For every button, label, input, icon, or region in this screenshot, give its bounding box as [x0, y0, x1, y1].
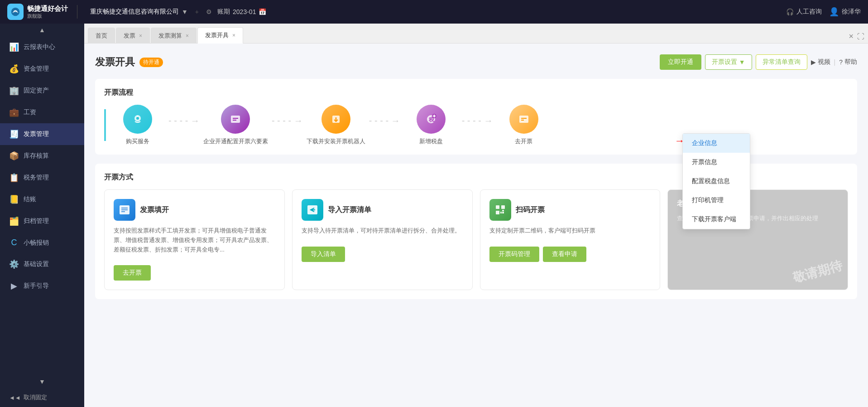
tab-home-label: 首页	[96, 32, 107, 40]
user-avatar-icon: 👤	[829, 7, 839, 17]
logo-icon	[7, 4, 24, 20]
toolbar-divider: +	[195, 8, 199, 15]
logo-text: 畅捷通好会计	[27, 5, 68, 13]
overlay-text: 敬请期待	[791, 257, 844, 287]
tab-home[interactable]: 首页	[88, 28, 115, 44]
dropdown-item-download-client[interactable]: 下载开票客户端	[683, 210, 750, 229]
go-invoice-label: 去开票	[515, 137, 532, 145]
tab-expand-icon[interactable]: ⛶	[857, 33, 864, 41]
sidebar-item-new-guide[interactable]: ▶ 新手引导	[0, 275, 84, 297]
dropdown-item-company-info[interactable]: 企业信息	[683, 134, 750, 153]
sidebar-label-fund-mgmt: 资金管理	[24, 65, 49, 73]
download-label: 下载并安装开票机器人	[307, 137, 365, 145]
company-selector[interactable]: 重庆畅捷交通信息咨询有限公司 ▼	[90, 8, 188, 16]
scan-invoice-buttons: 开票码管理 查看申请	[489, 243, 651, 262]
sidebar-item-settlement[interactable]: 📒 结账	[0, 189, 84, 210]
add-tax-disk-label: 新增税盘	[419, 137, 443, 145]
period-area: 账期 2023-01 📅	[217, 8, 266, 16]
scan-invoice-header: 扫码开票	[489, 199, 651, 221]
username: 徐泽华	[842, 8, 861, 16]
flow-start-line	[104, 109, 106, 141]
sidebar-label-invoice-mgmt: 发票管理	[24, 130, 49, 138]
sidebar-item-payroll[interactable]: 💼 工资	[0, 102, 84, 123]
fill-invoice-button[interactable]: 去开票	[114, 265, 151, 281]
calendar-icon[interactable]: 📅	[259, 8, 266, 15]
flow-section-title: 开票流程	[104, 88, 848, 97]
invoice-settings-button[interactable]: 开票设置 ▼	[705, 54, 752, 70]
sidebar-item-cloud-report[interactable]: 📊 云报表中心	[0, 36, 84, 58]
enterprise-config-label: 企业开通配置开票六要素	[203, 137, 268, 145]
flow-step-go-invoice: 去开票	[497, 105, 551, 145]
period-value: 2023-01	[233, 8, 256, 15]
flow-arrow-2: - - - - →	[272, 116, 303, 135]
tab-bar: 首页 发票 × 发票测算 × 发票开具 × × ⛶	[84, 24, 868, 44]
sidebar-item-invoice-mgmt[interactable]: 🧾 发票管理	[0, 123, 84, 145]
tab-invoice-calc-close[interactable]: ×	[186, 33, 189, 39]
sidebar-label-inventory: 库存核算	[24, 152, 49, 160]
payroll-icon: 💼	[9, 107, 19, 117]
top-bar: 畅捷通好会计 旗舰版 重庆畅捷交通信息咨询有限公司 ▼ + ⚙ 账期 2023-…	[0, 0, 868, 24]
dropdown-item-invoice-info[interactable]: 开票信息	[683, 153, 750, 172]
import-list-button[interactable]: 导入清单	[302, 247, 345, 262]
period-label: 账期	[217, 8, 230, 16]
basic-settings-icon: ⚙️	[9, 259, 19, 269]
help-label: 帮助	[844, 58, 857, 66]
sidebar-scroll-up[interactable]: ▲	[0, 24, 84, 36]
fill-invoice-header: 发票填开	[114, 199, 275, 221]
tab-invoice-issue-close[interactable]: ×	[232, 32, 235, 39]
tab-invoice-close[interactable]: ×	[139, 33, 142, 39]
sidebar-item-basic-settings[interactable]: ⚙️ 基础设置	[0, 253, 84, 275]
flow-step-add-tax-disk: 税 新增税盘	[404, 105, 458, 145]
sidebar-label-payroll: 工资	[24, 108, 36, 116]
svg-rect-26	[502, 212, 504, 213]
video-button[interactable]: ▶ 视频	[811, 58, 830, 66]
tab-invoice-calc-label: 发票测算	[158, 32, 182, 40]
sidebar-label-archive-mgmt: 归档管理	[24, 217, 49, 225]
view-application-button[interactable]: 查看申请	[543, 247, 586, 262]
sidebar-item-fixed-assets[interactable]: 🏢 固定资产	[0, 80, 84, 102]
flow-arrow-3: - - - - →	[369, 116, 400, 135]
main-area: ▲ 📊 云报表中心 💰 资金管理 🏢 固定资产 💼 工资 🧾 发票管理	[0, 24, 868, 407]
sidebar-item-archive-mgmt[interactable]: 🗂️ 归档管理	[0, 210, 84, 232]
cloud-report-icon: 📊	[9, 42, 19, 52]
sidebar-item-inventory[interactable]: 📦 库存核算	[0, 145, 84, 167]
logo-area: 畅捷通好会计 旗舰版	[7, 4, 68, 20]
support-area[interactable]: 🎧 人工咨询	[786, 8, 822, 16]
sidebar-item-xiaochang[interactable]: C 小畅报销	[0, 232, 84, 253]
tab-invoice-issue[interactable]: 发票开具 ×	[197, 27, 243, 44]
page-header: 发票开具 待开通 立即开通 开票设置 ▼ 异常清单查询 ▶ 视频	[95, 54, 857, 70]
sidebar-item-tax-mgmt[interactable]: 📋 税务管理	[0, 167, 84, 189]
red-arrow-indicator: →	[675, 135, 685, 147]
sidebar-label-new-guide: 新手引导	[24, 282, 49, 290]
dropdown-item-printer-mgmt[interactable]: 打印机管理	[683, 191, 750, 210]
tab-invoice-calc[interactable]: 发票测算 ×	[151, 28, 197, 44]
chevron-down-icon[interactable]: ▼	[182, 8, 188, 15]
import-list-title: 导入开票清单	[328, 205, 371, 215]
abnormal-list-button[interactable]: 异常清单查询	[756, 54, 807, 70]
tab-close-icon[interactable]: ×	[849, 32, 854, 41]
immediate-open-button[interactable]: 立即开通	[660, 54, 701, 70]
settings-chevron-icon: ▼	[739, 58, 745, 66]
cancel-fixed-button[interactable]: ◄◄ 取消固定	[0, 388, 84, 407]
dropdown-item-tax-disk-config[interactable]: 配置税盘信息	[683, 172, 750, 191]
svg-rect-25	[496, 211, 499, 214]
sidebar-item-fund-mgmt[interactable]: 💰 资金管理	[0, 58, 84, 80]
user-area[interactable]: 👤 徐泽华	[829, 7, 861, 17]
fund-mgmt-icon: 💰	[9, 64, 19, 74]
add-tax-disk-icon: 税	[417, 105, 446, 134]
svg-point-2	[136, 117, 139, 120]
sidebar-label-tax-mgmt: 税务管理	[24, 174, 49, 182]
cancel-fixed-label: 取消固定	[24, 393, 47, 402]
invoice-code-mgmt-button[interactable]: 开票码管理	[489, 247, 539, 262]
scan-invoice-card: 扫码开票 支持定制开票二维码，客户端可扫码开票 开票码管理 查看申请	[480, 189, 661, 290]
help-button[interactable]: ? 帮助	[839, 58, 857, 66]
help-divider: |	[834, 58, 836, 66]
settings-icon[interactable]: ⚙	[206, 8, 212, 15]
content-area: 首页 发票 × 发票测算 × 发票开具 × × ⛶	[84, 24, 868, 407]
divider	[77, 5, 77, 19]
tab-invoice[interactable]: 发票 ×	[116, 28, 150, 44]
download-icon	[321, 105, 350, 134]
fill-invoice-desc: 支持按照发票样式手工填开发票；可开具增值税电子普通发票、增值税普通发票、增值税专…	[114, 226, 275, 254]
dropdown-menu: 企业信息 开票信息 配置税盘信息 打印机管理 下载开票客户端	[682, 133, 750, 229]
sidebar-scroll-down[interactable]: ▼	[0, 375, 84, 388]
